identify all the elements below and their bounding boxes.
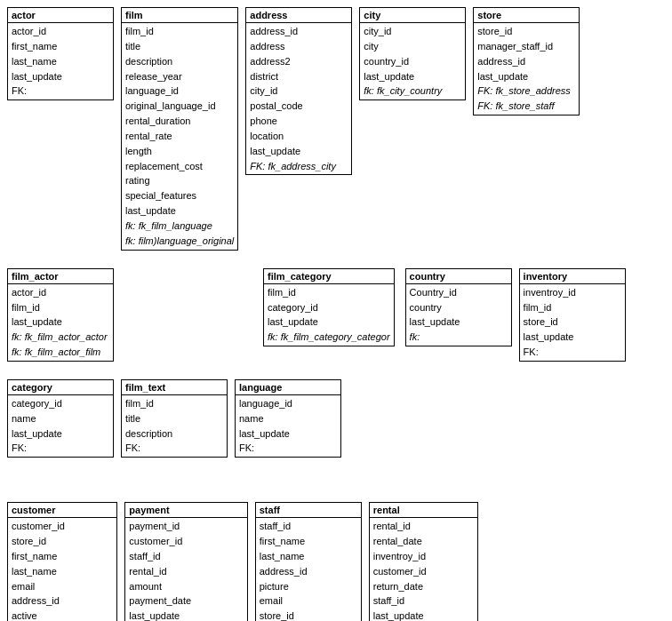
table-row: fk: fk_city_country [364, 84, 461, 99]
table-row: rental_duration [125, 114, 234, 129]
table-row: inventroy_id [373, 549, 475, 564]
table-row: staff_id [373, 593, 475, 609]
customer-header: customer [8, 503, 116, 518]
table-row: fk: fk_film_actor_actor [12, 330, 109, 345]
table-row: actor_id [12, 24, 109, 39]
row-1: actor actor_id first_name last_name last… [7, 7, 665, 251]
table-row: fk: fk_film_category_categor [268, 330, 390, 345]
table-rental: rental rental_id rental_date inventroy_i… [369, 502, 479, 621]
language-header: language [236, 380, 340, 395]
table-row: first_name [260, 534, 357, 549]
table-row: FK: fk_store_address [477, 84, 575, 99]
table-row: FK: fk_store_staff [477, 99, 575, 114]
table-row: address_id [260, 564, 357, 579]
table-row: title [125, 39, 234, 54]
table-row: film_id [268, 285, 390, 300]
table-row: actor_id [12, 285, 109, 300]
table-row: inventroy_id [524, 285, 621, 300]
table-row: name [12, 411, 109, 426]
table-row: store_id [260, 609, 357, 621]
staff-body: staff_id first_name last_name address_id… [256, 518, 361, 621]
table-row: fk: fk_film_actor_film [12, 345, 109, 360]
table-row: customer_id [12, 519, 113, 534]
table-row: customer_id [373, 564, 475, 579]
country-header: country [406, 269, 511, 284]
film-category-body: film_id category_id last_update fk: fk_f… [264, 284, 394, 346]
table-row: category_id [268, 300, 390, 315]
table-row: address_id [12, 593, 113, 609]
table-row: address_id [477, 54, 575, 69]
table-film-category: film_category film_id category_id last_u… [263, 268, 395, 346]
table-row: fk: [410, 330, 508, 345]
inventory-header: inventory [520, 269, 625, 284]
table-row: store_id [524, 314, 621, 330]
table-row: address2 [250, 54, 348, 69]
payment-body: payment_id customer_id staff_id rental_i… [125, 518, 246, 621]
table-row: description [125, 54, 234, 69]
table-row: country [410, 300, 508, 315]
table-row: staff_id [129, 549, 243, 564]
table-inventory: inventory inventroy_id film_id store_id … [519, 268, 626, 362]
city-body: city_id city country_id last_update fk: … [360, 23, 465, 100]
table-city: city city_id city country_id last_update… [359, 7, 466, 100]
table-row: original_language_id [125, 99, 234, 114]
table-film-text: film_text film_id title description FK: [121, 379, 228, 458]
table-row: last_name [260, 549, 357, 564]
table-row: rental_id [129, 564, 243, 579]
rental-body: rental_id rental_date inventroy_id custo… [370, 518, 478, 621]
table-row: film_id [125, 24, 234, 39]
table-row: last_update [12, 426, 109, 442]
table-row: film_id [125, 396, 223, 411]
table-row: district [250, 69, 348, 84]
table-row: length [125, 144, 234, 159]
row-3: category category_id name last_update FK… [7, 379, 665, 458]
table-row: last_name [12, 54, 109, 69]
table-row: first_name [12, 39, 109, 54]
separator [7, 475, 665, 484]
table-row: country_id [364, 54, 461, 69]
table-row: rental_id [373, 519, 475, 534]
table-film: film film_id title description release_y… [121, 7, 238, 251]
table-row: picture [260, 579, 357, 594]
store-header: store [474, 8, 579, 23]
table-language: language language_id name last_update FK… [235, 379, 341, 458]
table-row: name [239, 411, 337, 426]
table-row: city_id [364, 24, 461, 39]
address-body: address_id address address2 district cit… [246, 23, 351, 174]
erd-diagram: actor actor_id first_name last_name last… [7, 7, 665, 621]
table-row: description [125, 426, 223, 442]
inventory-body: inventroy_id film_id store_id last_updat… [520, 284, 625, 361]
table-row: location [250, 129, 348, 144]
table-row: FK: [12, 84, 109, 99]
table-row: special_features [125, 188, 234, 203]
table-row: release_year [125, 69, 234, 84]
table-row: city [364, 39, 461, 54]
table-row: return_date [373, 579, 475, 594]
table-row: store_id [477, 24, 575, 39]
table-row: last_update [12, 314, 109, 330]
table-row: amount [129, 579, 243, 594]
table-row: last_update [364, 69, 461, 84]
table-row: last_update [268, 314, 390, 330]
table-row: FK: [524, 345, 621, 360]
table-row: FK: [125, 441, 223, 456]
category-body: category_id name last_update FK: [8, 395, 113, 457]
table-row: manager_staff_id [477, 39, 575, 54]
table-row: customer_id [129, 534, 243, 549]
table-row: film_id [12, 300, 109, 315]
table-row: address [250, 39, 348, 54]
table-row: fk: film)language_original [125, 234, 234, 249]
category-header: category [8, 380, 113, 395]
table-category: category category_id name last_update FK… [7, 379, 114, 458]
table-row: FK: fk_address_city [250, 159, 348, 174]
table-row: rental_date [373, 534, 475, 549]
table-row: email [12, 579, 113, 594]
table-row: language_id [125, 84, 234, 99]
table-address: address address_id address address2 dist… [245, 7, 352, 175]
table-row: FK: [12, 441, 109, 456]
country-body: Country_id country last_update fk: [406, 284, 511, 346]
table-row: city_id [250, 84, 348, 99]
table-row: last_update [250, 144, 348, 159]
film-text-body: film_id title description FK: [122, 395, 227, 457]
table-row: title [125, 411, 223, 426]
